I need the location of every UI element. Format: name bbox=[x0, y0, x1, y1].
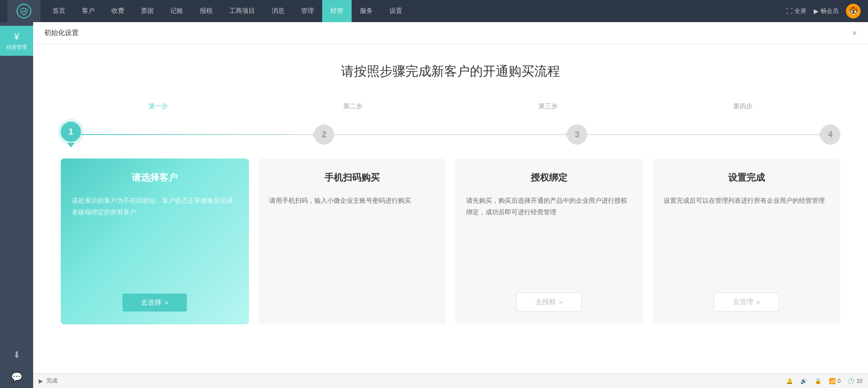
clock-status: 🕐 10 bbox=[848, 378, 862, 384]
nav-message[interactable]: 消息 bbox=[263, 0, 293, 22]
step-col-3: 第三步 bbox=[451, 102, 646, 116]
step-card-3: 授权绑定 请先购买，购买后选择开通的产品中的企业用户进行授权绑定，成功后即可进行… bbox=[455, 159, 643, 324]
status-text: 完成 bbox=[46, 377, 58, 385]
nav-items: 首页 客户 收费 票据 记账 报税 工商项目 消息 管理 经营 服务 设置 bbox=[44, 0, 786, 22]
nav-tax[interactable]: 报税 bbox=[191, 0, 221, 22]
step-label-1: 第一步 bbox=[149, 102, 168, 111]
wizard-title: 请按照步骤完成新客户的开通购买流程 bbox=[61, 63, 840, 80]
card-action-3: 去授权 > bbox=[466, 293, 632, 312]
action-btn-4[interactable]: 去管理 > bbox=[714, 293, 779, 312]
card-desc-1: 该处展示的客户为不在回收站、客户状态正常建账后完成老板端绑定的所有客户 bbox=[72, 195, 238, 279]
nav-customer[interactable]: 客户 bbox=[74, 0, 103, 22]
card-title-4: 设置完成 bbox=[664, 171, 830, 184]
sidebar-item-download[interactable]: ⬇ bbox=[0, 344, 33, 366]
sidebar-bottom: ⬇ 💬 bbox=[0, 344, 33, 388]
main-content: 初始化设置 × 请按照步骤完成新客户的开通购买流程 第一步 第二步 第三步 第四… bbox=[33, 22, 868, 388]
connector-2-3 bbox=[334, 134, 567, 135]
nav-home[interactable]: 首页 bbox=[44, 0, 74, 22]
member-btn[interactable]: ▶ 畅会员 bbox=[814, 7, 839, 15]
page-title: 初始化设置 bbox=[44, 29, 79, 37]
step-label-2: 第二步 bbox=[343, 102, 363, 111]
support-icon: 💬 bbox=[11, 371, 23, 382]
action-btn-3[interactable]: 去授权 > bbox=[516, 293, 582, 312]
nav-fee[interactable]: 收费 bbox=[103, 0, 133, 22]
step-circle-4: 4 bbox=[820, 124, 840, 145]
card-action-4: 去管理 > bbox=[664, 293, 830, 312]
action-btn-1[interactable]: 去选择 > bbox=[122, 294, 187, 312]
user-avatar[interactable]: 🐯 bbox=[846, 4, 861, 18]
fullscreen-btn[interactable]: ⛶ 全屏 bbox=[786, 7, 806, 15]
card-action-1: 去选择 > bbox=[72, 294, 238, 312]
nav-operation[interactable]: 经营 bbox=[322, 0, 352, 22]
step-circle-1: 1 bbox=[61, 122, 81, 142]
step-col-4: 第四步 bbox=[646, 102, 841, 116]
sidebar-item-label: 经营管理 bbox=[6, 44, 27, 50]
step-label-4: 第四步 bbox=[733, 102, 752, 111]
nav-right: ⛶ 全屏 ▶ 畅会员 🐯 bbox=[786, 4, 861, 18]
nav-commerce[interactable]: 工商项目 bbox=[221, 0, 263, 22]
connector-3-4 bbox=[587, 134, 820, 135]
card-desc-3: 请先购买，购买后选择开通的产品中的企业用户进行授权绑定，成功后即可进行经营管理 bbox=[466, 195, 632, 278]
step-indicator-1: 1 bbox=[61, 122, 81, 147]
step-pointer-1 bbox=[67, 143, 75, 147]
main-layout: ¥ 经营管理 ⬇ 💬 初始化设置 × 请按照步骤完成新客户的开通购买流程 第一步 bbox=[0, 22, 868, 388]
nav-accounting[interactable]: 记账 bbox=[162, 0, 191, 22]
nav-invoice[interactable]: 票据 bbox=[133, 0, 162, 22]
step-label-3: 第三步 bbox=[538, 102, 558, 111]
step-card-1: 请选择客户 该处展示的客户为不在回收站、客户状态正常建账后完成老板端绑定的所有客… bbox=[61, 159, 249, 324]
nav-service[interactable]: 服务 bbox=[352, 0, 381, 22]
lock-icon: 🔒 bbox=[815, 378, 822, 384]
download-icon: ⬇ bbox=[13, 349, 21, 360]
wizard-area: 请按照步骤完成新客户的开通购买流程 第一步 第二步 第三步 第四步 bbox=[33, 44, 868, 373]
sidebar-item-operation[interactable]: ¥ 经营管理 bbox=[0, 26, 33, 56]
logo-area bbox=[7, 0, 41, 22]
close-button[interactable]: × bbox=[852, 29, 857, 37]
card-desc-2: 请用手机扫码，输入小微企业主账号密码进行购买 bbox=[269, 195, 435, 312]
status-bar-right: 🔔 🔊 🔒 📶 0 🕐 10 bbox=[786, 378, 862, 384]
volume-icon: 🔊 bbox=[800, 378, 807, 384]
card-title-3: 授权绑定 bbox=[466, 171, 632, 184]
top-navigation: 首页 客户 收费 票据 记账 报税 工商项目 消息 管理 经营 服务 设置 ⛶ … bbox=[0, 0, 868, 22]
step-indicator-3: 3 bbox=[567, 124, 587, 145]
step-col-2: 第二步 bbox=[256, 102, 451, 116]
sidebar-item-support[interactable]: 💬 bbox=[0, 366, 33, 388]
timeline: 1 2 bbox=[61, 122, 840, 147]
step-indicator-2: 2 bbox=[314, 124, 334, 145]
card-title-1: 请选择客户 bbox=[72, 171, 238, 184]
step-indicator-4: 4 bbox=[820, 124, 840, 145]
step-circle-3: 3 bbox=[567, 124, 587, 145]
nav-manage[interactable]: 管理 bbox=[293, 0, 322, 22]
yen-icon: ¥ bbox=[14, 31, 19, 42]
steps-labels: 第一步 第二步 第三步 第四步 bbox=[61, 102, 840, 116]
notify-icon: 🔔 bbox=[786, 378, 793, 384]
logo-icon bbox=[17, 4, 31, 18]
card-title-2: 手机扫码购买 bbox=[269, 171, 435, 184]
status-bar: ▶ 完成 🔔 🔊 🔒 📶 0 🕐 10 bbox=[33, 373, 868, 388]
sidebar: ¥ 经营管理 ⬇ 💬 bbox=[0, 22, 33, 388]
step-card-2: 手机扫码购买 请用手机扫码，输入小微企业主账号密码进行购买 bbox=[258, 159, 446, 324]
step-card-4: 设置完成 设置完成后可以在管理列表进行所有企业用户的经营管理 去管理 > bbox=[653, 159, 841, 324]
play-icon: ▶ bbox=[39, 378, 43, 384]
nav-settings[interactable]: 设置 bbox=[381, 0, 411, 22]
cards-row: 请选择客户 该处展示的客户为不在回收站、客户状态正常建账后完成老板端绑定的所有客… bbox=[61, 159, 840, 324]
step-col-1: 第一步 bbox=[61, 102, 256, 116]
page-header: 初始化设置 × bbox=[33, 22, 868, 44]
connector-1-2 bbox=[81, 134, 314, 135]
card-desc-4: 设置完成后可以在管理列表进行所有企业用户的经营管理 bbox=[664, 195, 830, 278]
step-circle-2: 2 bbox=[314, 124, 334, 145]
network-status: 📶 0 bbox=[829, 378, 840, 384]
